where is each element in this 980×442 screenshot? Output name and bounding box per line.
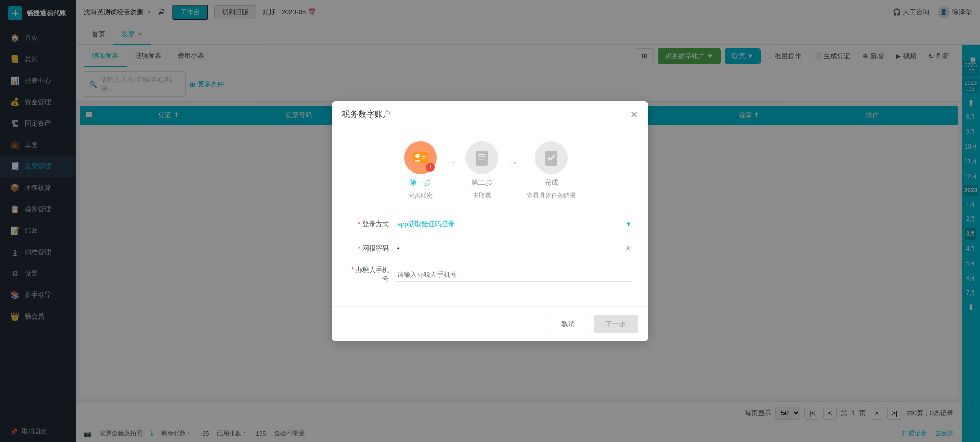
phone-input[interactable] (397, 267, 632, 282)
step-1: ! 第一步 完善账密 (404, 141, 437, 200)
login-method-select[interactable]: app获取验证码登录 ▼ (397, 216, 632, 232)
step-arrow-1: → (445, 155, 457, 169)
password-label: 网报密码 (362, 244, 389, 252)
phone-row: * 办税人手机号 (348, 265, 632, 284)
svg-point-2 (415, 154, 420, 158)
login-method-label: 登录方式 (362, 220, 389, 228)
login-method-value: app获取验证码登录 (397, 219, 455, 229)
cancel-button[interactable]: 取消 (549, 315, 587, 333)
phone-label-wrap: * 办税人手机号 (348, 265, 389, 284)
password-input-wrap: 👁 (397, 242, 632, 255)
svg-rect-5 (422, 158, 425, 159)
step-2-label: 第二步 (471, 178, 493, 187)
svg-rect-6 (476, 151, 488, 166)
tax-digital-modal: 税务数字账户 ✕ ! (332, 101, 648, 341)
phone-label: 办税人手机号 (356, 266, 389, 283)
modal-title: 税务数字账户 (342, 109, 391, 120)
modal-overlay[interactable]: 税务数字账户 ✕ ! (0, 0, 980, 442)
password-label-wrap: * 网报密码 (348, 244, 389, 253)
modal-body: ! 第一步 完善账密 → (332, 129, 648, 306)
step-1-icon-wrap: ! (404, 141, 437, 174)
svg-rect-9 (478, 159, 484, 160)
svg-rect-4 (422, 156, 426, 157)
modal-header: 税务数字账户 ✕ (332, 101, 648, 129)
next-button[interactable]: 下一步 (594, 315, 638, 333)
step-1-label: 第一步 (410, 178, 431, 187)
step-arrow-2: → (506, 155, 519, 169)
eye-icon[interactable]: 👁 (625, 244, 632, 253)
required-mark-3: * (351, 266, 354, 274)
login-method-row: * 登录方式 app获取验证码登录 ▼ (348, 216, 632, 232)
step-2-icon-wrap (465, 141, 498, 174)
modal-footer: 取消 下一步 (332, 306, 648, 341)
modal-close-button[interactable]: ✕ (630, 109, 638, 120)
step-3-desc: 查看具体任务结果 (527, 191, 576, 200)
svg-rect-3 (415, 160, 420, 162)
step-2: 第二步 去取票 (465, 141, 498, 200)
svg-rect-7 (478, 154, 486, 155)
password-row: * 网报密码 👁 (348, 242, 632, 255)
step-1-desc: 完善账密 (408, 191, 433, 200)
step-2-desc: 去取票 (473, 191, 491, 200)
required-mark-2: * (358, 244, 360, 252)
step-3-icon-wrap (535, 141, 568, 174)
login-method-label-wrap: * 登录方式 (348, 219, 389, 229)
password-input[interactable] (397, 244, 625, 252)
select-dropdown-icon: ▼ (625, 220, 632, 228)
step-3: 完成 查看具体任务结果 (527, 141, 576, 200)
svg-rect-8 (478, 156, 486, 157)
step-1-badge: ! (426, 163, 435, 172)
step-3-label: 完成 (544, 178, 558, 187)
steps-indicator: ! 第一步 完善账密 → (348, 141, 632, 200)
required-mark-1: * (358, 220, 360, 228)
